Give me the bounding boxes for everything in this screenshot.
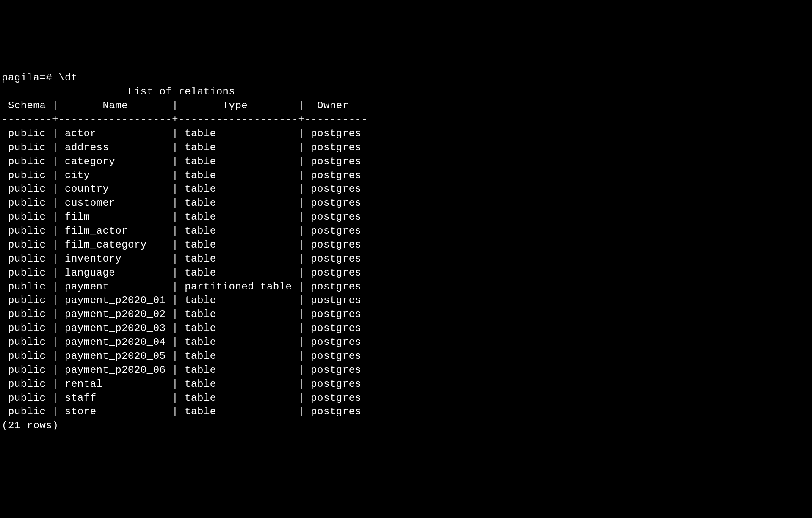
terminal-output: pagila=# \dt List of relations Schema | … bbox=[2, 58, 810, 433]
table-separator-line: --------+------------------+------------… bbox=[2, 114, 367, 125]
table-title-line: List of relations bbox=[2, 86, 367, 97]
table-header-line: Schema | Name | Type | Owner bbox=[2, 100, 367, 111]
table-body: public | actor | table | postgres public… bbox=[2, 128, 361, 418]
psql-prompt-line: pagila=# \dt bbox=[2, 72, 77, 83]
row-count-footer: (21 rows) bbox=[2, 420, 58, 431]
